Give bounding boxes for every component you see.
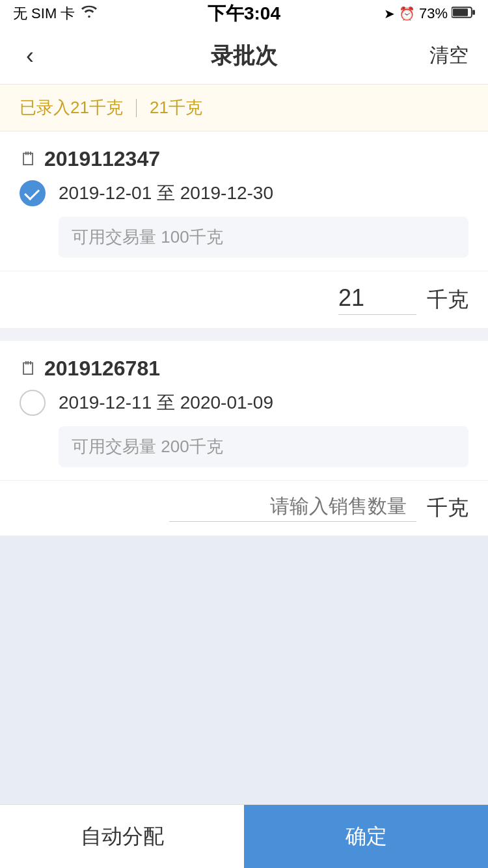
status-bar-left: 无 SIM 卡 — [13, 4, 98, 23]
status-bar-right: ➤ ⏰ 73% — [384, 5, 475, 22]
batch-2-date: 2019-12-11 至 2020-01-09 — [59, 390, 273, 415]
carrier-text: 无 SIM 卡 — [13, 4, 75, 23]
batch-1-quantity-underline: 21 — [338, 284, 416, 315]
batch-2-quantity-input[interactable] — [169, 495, 416, 517]
batch-2-available-text: 可用交易量 200千克 — [72, 437, 223, 456]
batch-2-input-row: 千克 — [0, 480, 488, 536]
alarm-icon: ⏰ — [399, 6, 415, 21]
nav-bar: ‹ 录批次 清空 — [0, 27, 488, 85]
bottom-bar: 自动分配 确定 — [0, 804, 488, 868]
auto-distribute-button[interactable]: 自动分配 — [0, 805, 244, 868]
summary-bar: 已录入21千克 21千克 — [0, 85, 488, 131]
batch-2-header: 🗒 2019126781 — [20, 357, 468, 381]
batch-2-date-row: 2019-12-11 至 2020-01-09 — [20, 390, 468, 416]
batch-1-radio[interactable] — [20, 180, 46, 206]
page-title: 录批次 — [211, 41, 277, 71]
batch-1-date-row: 2019-12-01 至 2019-12-30 — [20, 180, 468, 206]
empty-area — [0, 536, 488, 822]
content: 🗒 2019112347 2019-12-01 至 2019-12-30 可用交… — [0, 131, 488, 822]
batch-2-input-wrap — [169, 495, 416, 522]
batch-1-date: 2019-12-01 至 2019-12-30 — [59, 181, 273, 206]
summary-value: 21千克 — [150, 96, 202, 119]
batch-card-1: 🗒 2019112347 2019-12-01 至 2019-12-30 可用交… — [0, 131, 488, 328]
batch-1-icon: 🗒 — [20, 148, 38, 170]
summary-divider — [136, 99, 137, 117]
wifi-icon — [80, 5, 98, 22]
battery-text: 73% — [419, 5, 448, 22]
batch-2-available: 可用交易量 200千克 — [59, 426, 468, 467]
battery-icon — [452, 5, 475, 22]
batch-card-2: 🗒 2019126781 2019-12-11 至 2020-01-09 可用交… — [0, 341, 488, 536]
batch-1-header: 🗒 2019112347 — [20, 147, 468, 171]
confirm-button[interactable]: 确定 — [244, 805, 488, 868]
svg-rect-1 — [453, 8, 468, 16]
batch-2-unit: 千克 — [427, 494, 468, 522]
location-icon: ➤ — [384, 6, 395, 21]
batch-1-quantity-row: 21 千克 — [0, 271, 488, 328]
clear-button[interactable]: 清空 — [429, 42, 468, 69]
batch-2-radio[interactable] — [20, 390, 46, 416]
svg-rect-2 — [472, 10, 475, 15]
batch-1-unit: 千克 — [427, 286, 468, 314]
card-divider — [0, 328, 488, 341]
batch-2-icon: 🗒 — [20, 358, 38, 379]
status-bar-time: 下午3:04 — [208, 1, 280, 26]
back-button[interactable]: ‹ — [20, 36, 40, 76]
batch-2-number: 2019126781 — [44, 357, 160, 381]
batch-1-available: 可用交易量 100千克 — [59, 217, 468, 258]
summary-label: 已录入21千克 — [20, 96, 123, 119]
batch-1-available-text: 可用交易量 100千克 — [72, 227, 223, 247]
status-bar: 无 SIM 卡 下午3:04 ➤ ⏰ 73% — [0, 0, 488, 27]
batch-1-quantity-value: 21 — [338, 284, 364, 311]
batch-1-number: 2019112347 — [44, 147, 160, 171]
